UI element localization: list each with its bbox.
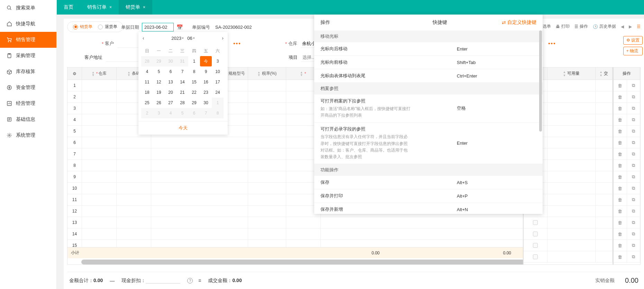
copy-icon[interactable]: ⧉ — [632, 220, 635, 225]
delete-icon[interactable]: 🗑 — [618, 254, 622, 260]
calendar-day[interactable]: 22 — [188, 87, 200, 98]
gift-checkbox[interactable] — [533, 254, 538, 259]
calendar-day[interactable]: 17 — [212, 77, 224, 87]
tab-home[interactable]: 首页 — [57, 0, 80, 15]
calendar-day[interactable]: 31 — [176, 56, 188, 66]
next-month[interactable]: › — [222, 35, 224, 41]
custom-hotkey-button[interactable]: ⇄自定义快捷键 — [502, 19, 536, 26]
delete-icon[interactable]: 🗑 — [618, 129, 622, 134]
calendar-day[interactable]: 1 — [212, 98, 224, 108]
gift-checkbox[interactable] — [533, 243, 538, 248]
calendar-day[interactable]: 16 — [200, 77, 212, 87]
delete-icon[interactable]: 🗑 — [618, 106, 622, 111]
copy-icon[interactable]: ⧉ — [632, 106, 635, 111]
calendar-day[interactable]: 18 — [141, 87, 153, 98]
horizontal-scrollbar[interactable] — [81, 260, 595, 264]
vertical-scrollbar[interactable] — [539, 30, 542, 214]
calendar-day[interactable]: 21 — [176, 87, 188, 98]
gift-checkbox[interactable] — [533, 232, 538, 236]
calendar-day[interactable]: 14 — [176, 77, 188, 87]
delete-icon[interactable]: 🗑 — [618, 163, 622, 168]
col-avail[interactable]: ▲▼可用量 — [547, 67, 595, 80]
calendar-day[interactable]: 1 — [188, 56, 200, 66]
col-deliver[interactable]: ▲▼交 — [596, 67, 613, 80]
copy-icon[interactable]: ⧉ — [632, 151, 635, 157]
calendar-day[interactable]: 5 — [176, 108, 188, 118]
menu-icon[interactable]: ☰ — [637, 24, 641, 29]
calendar-day[interactable]: 4 — [165, 108, 176, 118]
calendar-day[interactable]: 27 — [165, 98, 176, 108]
calendar-day[interactable]: 28 — [176, 98, 188, 108]
calendar-day[interactable]: 12 — [153, 77, 165, 87]
copy-icon[interactable]: ⧉ — [632, 94, 635, 100]
calendar-day[interactable]: 5 — [153, 66, 165, 77]
calendar-day[interactable]: 26 — [153, 98, 165, 108]
calendar-day[interactable]: 3 — [212, 56, 224, 66]
copy-icon[interactable]: ⧉ — [632, 83, 635, 88]
sidebar-item-sales[interactable]: 销售管理 — [0, 32, 56, 48]
sidebar-item-funds[interactable]: 资金管理 — [0, 80, 56, 96]
calendar-day[interactable]: 30 — [165, 56, 176, 66]
calendar-day[interactable]: 15 — [188, 77, 200, 87]
calendar-day[interactable]: 25 — [141, 98, 153, 108]
sidebar-item-search[interactable]: 搜索菜单 — [0, 0, 56, 16]
col-warehouse[interactable]: ▲▼*仓库 — [82, 67, 117, 80]
scrollbar-thumb[interactable] — [81, 260, 534, 264]
calendar-day[interactable]: 13 — [165, 77, 176, 87]
more-dots[interactable]: ••• — [548, 40, 556, 47]
sidebar-item-purchase[interactable]: 采购管理 — [0, 48, 56, 64]
delete-icon[interactable]: 🗑 — [618, 117, 622, 123]
copy-icon[interactable]: ⧉ — [632, 163, 635, 168]
copy-icon[interactable]: ⧉ — [632, 254, 635, 260]
more-dots[interactable]: ••• — [233, 40, 241, 47]
delete-icon[interactable]: 🗑 — [618, 174, 622, 180]
history-button[interactable]: 🕓历史单据 — [593, 24, 616, 29]
delete-icon[interactable]: 🗑 — [618, 243, 622, 248]
col-gear[interactable]: ⚙ — [67, 67, 82, 80]
calendar-day[interactable]: 2 — [141, 108, 153, 118]
calendar-day[interactable]: 7 — [176, 66, 188, 77]
help-icon[interactable]: ? — [187, 278, 193, 283]
month-select[interactable]: 06 — [187, 36, 194, 41]
calendar-icon[interactable]: 📅 — [176, 24, 183, 30]
col-rate[interactable]: ▲▼税率(%) — [248, 67, 286, 80]
delete-icon[interactable]: 🗑 — [618, 220, 622, 225]
calendar-day[interactable]: 4 — [141, 66, 153, 77]
sidebar-item-quicknav[interactable]: 快捷导航 — [0, 16, 56, 32]
radio-sale[interactable]: 销货单 — [73, 24, 92, 30]
calendar-day[interactable]: 7 — [200, 108, 212, 118]
calendar-day[interactable]: 3 — [153, 108, 165, 118]
calendar-day[interactable]: 10 — [212, 66, 224, 77]
delete-icon[interactable]: 🗑 — [618, 209, 622, 214]
calendar-day[interactable]: 8 — [212, 108, 224, 118]
delete-icon[interactable]: 🗑 — [618, 186, 622, 191]
delete-icon[interactable]: 🗑 — [618, 83, 622, 88]
sidebar-item-business[interactable]: 经营管理 — [0, 96, 56, 111]
calendar-day[interactable]: 19 — [153, 87, 165, 98]
delete-icon[interactable]: 🗑 — [618, 94, 622, 100]
delete-icon[interactable]: 🗑 — [618, 152, 622, 157]
delete-icon[interactable]: 🗑 — [618, 197, 622, 202]
calendar-day[interactable]: 30 — [200, 98, 212, 108]
prev-month[interactable]: ‹ — [143, 35, 144, 41]
copy-icon[interactable]: ⧉ — [632, 208, 635, 214]
settings-button[interactable]: ⚙ 设置 — [623, 36, 643, 45]
calendar-day[interactable]: 6 — [188, 108, 200, 118]
today-button[interactable]: 今天 — [138, 121, 228, 135]
copy-icon[interactable]: ⧉ — [632, 174, 635, 180]
radio-return[interactable]: 退货单 — [98, 24, 117, 30]
year-select[interactable]: 2023 — [171, 36, 184, 41]
copy-icon[interactable]: ⧉ — [632, 243, 635, 248]
calendar-day[interactable]: 28 — [141, 56, 153, 66]
calendar-day[interactable]: 24 — [212, 87, 224, 98]
calendar-day[interactable]: 23 — [200, 87, 212, 98]
close-icon[interactable]: × — [109, 5, 112, 10]
copy-icon[interactable]: ⧉ — [632, 231, 635, 237]
sidebar-item-inventory[interactable]: 库存核算 — [0, 64, 56, 80]
copy-icon[interactable]: ⧉ — [632, 117, 635, 123]
calendar-day[interactable]: 20 — [165, 87, 176, 98]
copy-icon[interactable]: ⧉ — [632, 197, 635, 202]
tab-sales-invoice[interactable]: 销货单× — [119, 0, 152, 15]
gift-checkbox[interactable] — [533, 220, 538, 225]
scrollbar-thumb[interactable] — [539, 30, 542, 132]
